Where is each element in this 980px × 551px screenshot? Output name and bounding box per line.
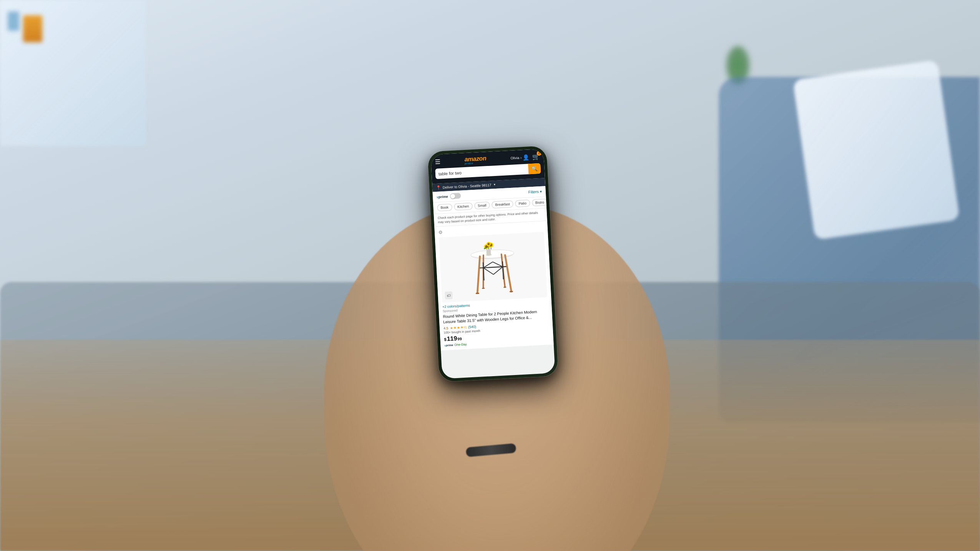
delivery-speed-text: One-Day — [454, 343, 467, 347]
search-input[interactable] — [435, 164, 528, 179]
svg-line-22 — [493, 262, 503, 267]
star-1: ★ — [450, 326, 453, 330]
product-sticker-icon: 🏷 — [445, 292, 453, 300]
svg-line-14 — [475, 257, 482, 293]
chip-patio[interactable]: Patio — [515, 199, 530, 207]
prime-logo-small: vprime — [437, 194, 448, 199]
phone-bezel: ☰ amazon prime Olivia › 👤 — [427, 146, 558, 382]
star-half: ½ — [463, 325, 467, 329]
nav-right-area: Olivia › 👤 🛒 0 — [510, 153, 540, 162]
delivery-text: Deliver to Olivia - Seattle 98117 — [443, 183, 492, 189]
star-3: ★ — [457, 326, 460, 330]
star-rating: ★ ★ ★ ★ ½ — [450, 325, 467, 330]
search-bar[interactable]: 🔍 — [435, 163, 541, 179]
shelf-item-blue — [8, 12, 19, 31]
shelf-item-yellow — [23, 15, 42, 42]
amazon-prime-label: prime — [465, 162, 473, 165]
svg-line-24 — [493, 267, 503, 275]
svg-point-25 — [476, 293, 480, 294]
svg-line-20 — [503, 262, 503, 280]
chip-small[interactable]: Small — [474, 202, 490, 209]
review-count[interactable]: (540) — [468, 325, 477, 329]
chip-bistro[interactable]: Bistro — [532, 199, 546, 206]
rating-number: 4.5 — [443, 326, 448, 330]
prime-p-small: prime — [446, 344, 453, 347]
svg-point-1 — [470, 249, 514, 259]
phone: ☰ amazon prime Olivia › 👤 — [427, 146, 553, 382]
hamburger-menu-icon[interactable]: ☰ — [435, 159, 440, 165]
user-account-area[interactable]: Olivia › 👤 — [510, 154, 529, 161]
price-whole: 119 — [447, 335, 457, 342]
product-listing[interactable]: ⚙ — [434, 221, 553, 350]
prime-toggle-switch[interactable] — [450, 193, 461, 199]
chip-kitchen[interactable]: Kitchen — [454, 202, 473, 210]
prime-text: prime — [439, 194, 448, 199]
svg-point-27 — [482, 288, 485, 289]
amazon-logo: amazon prime — [464, 155, 487, 165]
cart-button[interactable]: 🛒 0 — [532, 153, 540, 161]
toggle-knob — [450, 194, 455, 199]
svg-point-28 — [503, 287, 507, 288]
price-cents: 99 — [457, 337, 462, 341]
user-arrow: › — [520, 156, 522, 159]
location-icon: 📍 — [436, 185, 441, 190]
svg-rect-3 — [487, 249, 491, 256]
account-icon: 👤 — [523, 154, 530, 161]
user-name: Olivia — [510, 156, 519, 160]
phone-screen: ☰ amazon prime Olivia › 👤 — [430, 149, 555, 379]
svg-line-23 — [483, 267, 493, 275]
search-button[interactable]: 🔍 — [528, 163, 541, 174]
product-image-container: 🏷 — [439, 232, 548, 303]
cart-badge: 0 — [537, 151, 541, 156]
product-image — [467, 237, 520, 298]
svg-line-21 — [483, 262, 493, 268]
shelf-area — [0, 0, 146, 146]
search-icon: 🔍 — [531, 166, 538, 172]
chip-breakfast[interactable]: Breakfast — [492, 201, 513, 209]
price-dollar-sign: $ — [444, 337, 447, 342]
star-2: ★ — [453, 326, 457, 330]
prime-badge-small: vprime — [444, 344, 453, 347]
svg-line-15 — [505, 255, 511, 291]
filters-arrow-icon: ▾ — [540, 189, 542, 194]
filters-button[interactable]: Filters ▾ — [528, 189, 542, 194]
chip-book[interactable]: Book — [437, 204, 452, 211]
delivery-arrow-icon: ▾ — [494, 183, 495, 186]
filters-label: Filters — [528, 189, 539, 194]
prime-toggle-area[interactable]: vprime — [437, 193, 461, 200]
svg-point-26 — [510, 291, 513, 292]
pillow — [793, 60, 960, 240]
star-4: ★ — [460, 325, 463, 329]
